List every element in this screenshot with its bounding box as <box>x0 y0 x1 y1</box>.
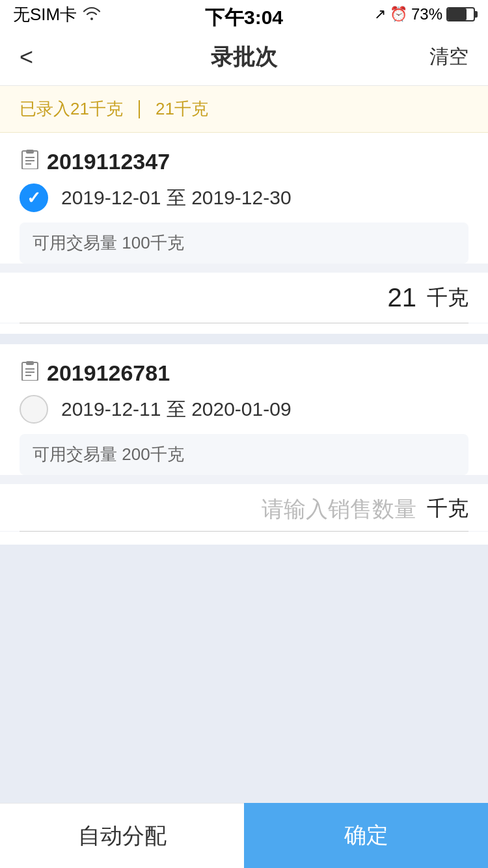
batch-1-icon <box>20 148 40 174</box>
summary-banner: 已录入21千克 21千克 <box>0 86 488 133</box>
status-time: 下午3:04 <box>205 5 283 31</box>
entered-label: 已录入21千克 <box>20 98 123 120</box>
back-button[interactable]: < <box>20 44 59 71</box>
batch-card-2: 2019126781 2019-12-11 至 2020-01-09 可用交易量… <box>0 344 488 475</box>
bottom-buttons: 自动分配 确定 <box>0 803 488 868</box>
batch-1-amount-row: 21 千克 <box>0 273 488 312</box>
status-carrier: 无SIM卡 <box>13 3 102 26</box>
clear-button[interactable]: 清空 <box>429 44 468 70</box>
batch-2-date: 2019-12-11 至 2020-01-09 <box>61 396 291 423</box>
quantity-input[interactable] <box>20 496 416 522</box>
batch-2-icon <box>20 360 40 386</box>
batch-2-unit: 千克 <box>427 495 468 523</box>
auto-distribute-button[interactable]: 自动分配 <box>0 803 244 868</box>
batch-2-header: 2019126781 <box>20 360 468 386</box>
section-separator <box>0 334 488 344</box>
summary-divider <box>139 100 140 118</box>
batch-2-date-row[interactable]: 2019-12-11 至 2020-01-09 <box>20 395 468 424</box>
svg-rect-1 <box>26 150 34 154</box>
page-title: 录批次 <box>211 42 277 72</box>
input-spacer <box>0 532 488 545</box>
nav-bar: < 录批次 清空 <box>0 29 488 86</box>
batch-2-input-row[interactable]: 千克 <box>0 484 488 523</box>
empty-area <box>0 545 488 818</box>
batch-1-radio[interactable] <box>20 183 48 212</box>
status-right: ↗ ⏰ 73% <box>374 5 475 23</box>
batch-1-unit: 千克 <box>427 284 468 312</box>
batch-1-available: 可用交易量 100千克 <box>20 223 468 264</box>
confirm-button[interactable]: 确定 <box>244 803 488 868</box>
batch-1-date: 2019-12-01 至 2019-12-30 <box>61 185 291 211</box>
batch-card-1: 2019112347 2019-12-01 至 2019-12-30 可用交易量… <box>0 133 488 264</box>
battery-icon <box>446 7 475 21</box>
batch-1-value: 21 <box>388 283 417 312</box>
status-bar: 无SIM卡 下午3:04 ↗ ⏰ 73% <box>0 0 488 29</box>
batch-1-header: 2019112347 <box>20 148 468 174</box>
total-label: 21千克 <box>156 98 208 120</box>
batch-2-id: 2019126781 <box>47 360 170 386</box>
batch-2-available: 可用交易量 200千克 <box>20 434 468 475</box>
location-icon: ↗ <box>374 6 386 23</box>
battery-percent: 73% <box>411 5 442 23</box>
carrier-text: 无SIM卡 <box>13 3 77 26</box>
batch-1-date-row[interactable]: 2019-12-01 至 2019-12-30 <box>20 183 468 212</box>
batch-1-id: 2019112347 <box>47 149 170 174</box>
svg-rect-6 <box>26 361 34 365</box>
batch-2-radio[interactable] <box>20 395 48 424</box>
alarm-icon: ⏰ <box>390 6 407 23</box>
wifi-icon <box>82 5 102 25</box>
